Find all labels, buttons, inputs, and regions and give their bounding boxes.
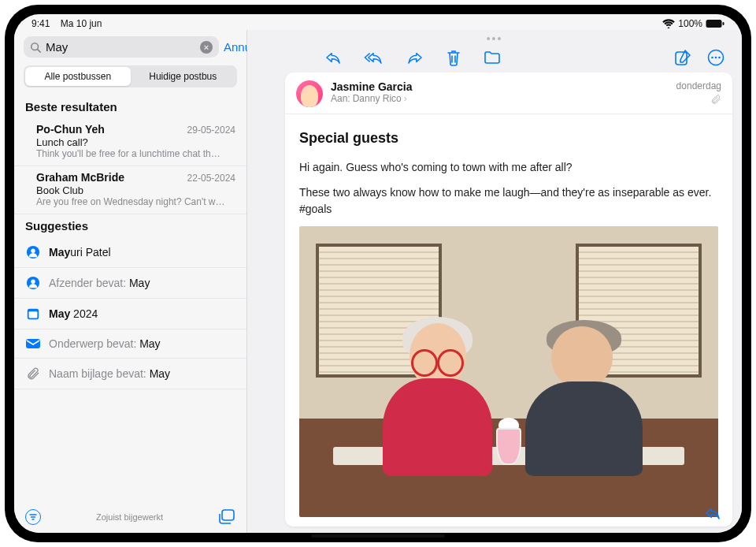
- search-result[interactable]: Po-Chun Yeh 29-05-2024 Lunch call? Think…: [14, 118, 246, 166]
- windows-icon[interactable]: [218, 509, 235, 525]
- svg-rect-0: [706, 20, 722, 28]
- grabber-icon[interactable]: •••: [487, 30, 503, 47]
- paperclip-icon: [25, 367, 41, 381]
- status-left: 9:41 Ma 10 jun: [32, 18, 102, 29]
- sidebar: × Annuleer Alle postbussen Huidige postb…: [14, 30, 247, 533]
- suggestion-date[interactable]: May 2024: [14, 299, 246, 329]
- message-header: Jasmine Garcia Aan: Danny Rico › donderd…: [285, 73, 732, 114]
- result-sender: Po-Chun Yeh: [36, 123, 105, 136]
- svg-rect-10: [26, 339, 40, 348]
- section-top-hits: Beste resultaten: [14, 95, 246, 118]
- more-icon[interactable]: [707, 49, 724, 66]
- svg-point-18: [715, 57, 717, 59]
- compose-icon[interactable]: [674, 49, 691, 66]
- svg-point-19: [718, 57, 721, 59]
- svg-rect-9: [29, 311, 38, 318]
- section-suggestions: Suggesties: [14, 214, 246, 237]
- message-body: Special guests Hi again. Guess who's com…: [285, 114, 732, 527]
- filter-icon[interactable]: [25, 509, 41, 525]
- quick-reply-icon[interactable]: [704, 506, 721, 520]
- status-bar: 9:41 Ma 10 jun 100%: [14, 14, 742, 30]
- ipad-frame: 9:41 Ma 10 jun 100%: [5, 5, 751, 542]
- suggestion-text: Afzender bevat: May: [49, 277, 150, 289]
- scope-segmented-control[interactable]: Alle postbussen Huidige postbus: [24, 65, 237, 87]
- status-date: Ma 10 jun: [61, 18, 102, 29]
- from-name[interactable]: Jasmine Garcia: [331, 80, 669, 93]
- svg-point-5: [31, 249, 35, 253]
- wifi-icon: [662, 19, 675, 28]
- clear-search-icon[interactable]: ×: [200, 41, 213, 54]
- reply-all-icon[interactable]: [364, 50, 384, 65]
- suggestion-sender-contains[interactable]: Afzender bevat: May: [14, 268, 246, 299]
- result-subject: Book Club: [36, 184, 235, 196]
- svg-rect-14: [222, 510, 234, 520]
- battery-percent: 100%: [678, 18, 702, 29]
- svg-point-17: [711, 57, 713, 59]
- suggestion-person[interactable]: Mayuri Patel: [14, 237, 246, 268]
- suggestion-text: Naam bijlage bevat: May: [49, 367, 170, 380]
- main-pane: •••: [247, 30, 742, 533]
- attachment-indicator-icon: [710, 94, 721, 105]
- screen: 9:41 Ma 10 jun 100%: [14, 14, 742, 533]
- sidebar-footer: Zojuist bijgewerkt: [14, 501, 246, 533]
- search-result[interactable]: Graham McBride 22-05-2024 Book Club Are …: [14, 166, 246, 214]
- result-preview: Think you'll be free for a lunchtime cha…: [36, 148, 235, 159]
- avatar[interactable]: [296, 80, 323, 107]
- forward-icon[interactable]: [406, 50, 424, 65]
- envelope-icon: [25, 338, 41, 349]
- status-right: 100%: [662, 18, 724, 29]
- message-date: donderdag: [676, 80, 721, 91]
- reply-icon[interactable]: [324, 50, 342, 65]
- suggestion-attachment-contains[interactable]: Naam bijlage bevat: May: [14, 359, 246, 389]
- search-row: × Annuleer: [14, 30, 246, 62]
- svg-point-7: [31, 280, 35, 284]
- result-subject: Lunch call?: [36, 136, 235, 148]
- search-icon: [30, 42, 41, 53]
- trash-icon[interactable]: [446, 49, 461, 66]
- person-icon: [25, 245, 41, 259]
- svg-rect-1: [723, 22, 724, 25]
- suggestion-text: May 2024: [49, 307, 98, 320]
- suggestion-text: Mayuri Patel: [49, 246, 111, 259]
- suggestion-text: Onderwerp bevat: May: [49, 337, 161, 350]
- message-subject: Special guests: [299, 130, 718, 147]
- update-status: Zojuist bijgewerkt: [96, 512, 163, 522]
- chevron-right-icon: ›: [404, 93, 407, 104]
- scope-all[interactable]: Alle postbussen: [25, 67, 131, 86]
- to-name: Danny Rico: [353, 93, 402, 104]
- person-icon: [25, 276, 41, 290]
- result-sender: Graham McBride: [36, 171, 124, 184]
- message-card: Jasmine Garcia Aan: Danny Rico › donderd…: [285, 73, 732, 527]
- message-paragraph: These two always know how to make me lau…: [299, 184, 718, 217]
- search-field[interactable]: ×: [24, 36, 219, 58]
- suggestion-subject-contains[interactable]: Onderwerp bevat: May: [14, 329, 246, 359]
- result-preview: Are you free on Wednesday night? Can't w…: [36, 196, 235, 207]
- message-paragraph: Hi again. Guess who's coming to town wit…: [299, 159, 718, 175]
- message-toolbar: [247, 47, 742, 73]
- move-folder-icon[interactable]: [484, 50, 501, 65]
- search-input[interactable]: [46, 40, 195, 54]
- svg-line-3: [38, 49, 41, 52]
- to-label: Aan:: [331, 93, 350, 104]
- result-date: 29-05-2024: [187, 125, 235, 136]
- scope-current[interactable]: Huidige postbus: [131, 67, 236, 86]
- calendar-icon: [25, 307, 41, 321]
- attached-photo[interactable]: [299, 226, 718, 517]
- status-time: 9:41: [32, 18, 50, 29]
- result-date: 22-05-2024: [187, 173, 235, 184]
- to-line[interactable]: Aan: Danny Rico ›: [331, 93, 669, 104]
- battery-icon: [706, 19, 724, 28]
